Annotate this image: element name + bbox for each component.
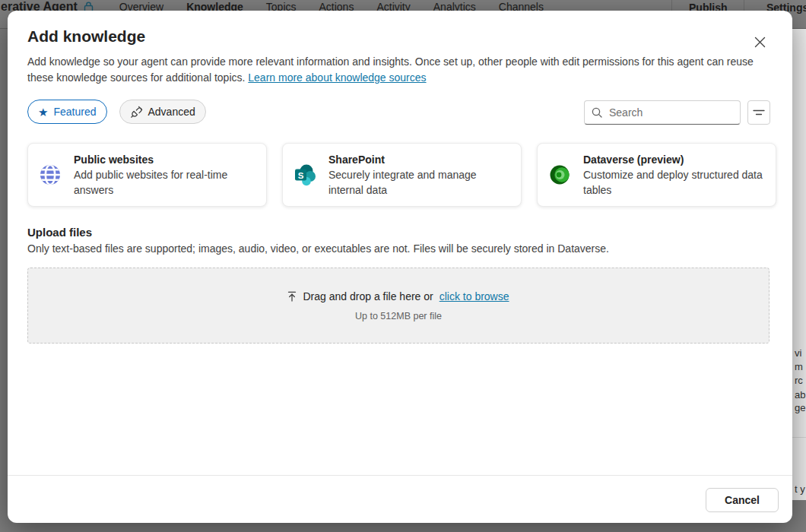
card-title: Dataverse (preview)	[583, 152, 765, 167]
dialog-description: Add knowledge so your agent can provide …	[27, 54, 756, 86]
card-dataverse[interactable]: Dataverse (preview) Customize and deploy…	[537, 143, 776, 207]
card-sharepoint[interactable]: S SharePoint Securely integrate and mana…	[282, 143, 522, 207]
clipped-text: m	[795, 361, 803, 372]
search-icon	[592, 107, 602, 118]
dropzone-text: Drag and drop a file here or	[303, 290, 433, 302]
clipped-text: t y	[795, 483, 805, 495]
search-box	[584, 100, 741, 125]
svg-text:S: S	[298, 171, 304, 180]
clipped-text: rc	[795, 375, 803, 386]
clipped-text: ab	[795, 389, 805, 401]
add-knowledge-dialog: Add knowledge Add knowledge so your agen…	[8, 11, 792, 523]
globe-icon	[39, 163, 62, 186]
filter-icon	[753, 107, 765, 118]
card-title: Public websites	[74, 152, 255, 167]
search-input[interactable]	[608, 106, 733, 119]
cancel-button[interactable]: Cancel	[706, 488, 779, 512]
clipped-text: vi	[795, 347, 801, 359]
card-public-websites[interactable]: Public websites Add public websites for …	[27, 143, 267, 207]
upload-arrow-icon	[287, 291, 297, 302]
close-icon	[754, 36, 766, 51]
advanced-filter-pill[interactable]: Advanced	[119, 100, 206, 124]
filter-button[interactable]	[747, 100, 770, 125]
file-size-limit: Up to 512MB per file	[355, 311, 442, 321]
featured-label: Featured	[53, 106, 96, 118]
clipped-text: ge	[795, 402, 805, 413]
featured-filter-pill[interactable]: ★ Featured	[27, 100, 107, 124]
card-description: Add public websites for real-time answer…	[74, 167, 255, 198]
dataverse-icon	[548, 163, 571, 186]
browse-link[interactable]: click to browse	[439, 290, 509, 302]
upload-files-heading: Upload files	[27, 226, 92, 239]
advanced-label: Advanced	[148, 106, 195, 118]
footer-divider	[8, 475, 792, 476]
plug-icon	[130, 106, 143, 119]
star-icon: ★	[38, 106, 48, 118]
sharepoint-icon: S	[294, 163, 316, 186]
upload-files-subtext: Only text-based files are supported; ima…	[27, 242, 609, 255]
card-description: Customize and deploy structured data tab…	[583, 167, 765, 198]
learn-more-link[interactable]: Learn more about knowledge sources	[248, 71, 426, 84]
background-side-pane: vi m rc ab ge t y	[792, 29, 806, 500]
divider	[792, 437, 806, 438]
dialog-title: Add knowledge	[27, 27, 145, 46]
card-title: SharePoint	[328, 152, 510, 167]
card-description: Securely integrate and manage internal d…	[328, 167, 510, 198]
close-button[interactable]	[750, 33, 770, 53]
file-dropzone[interactable]: Drag and drop a file here or click to br…	[27, 268, 770, 344]
